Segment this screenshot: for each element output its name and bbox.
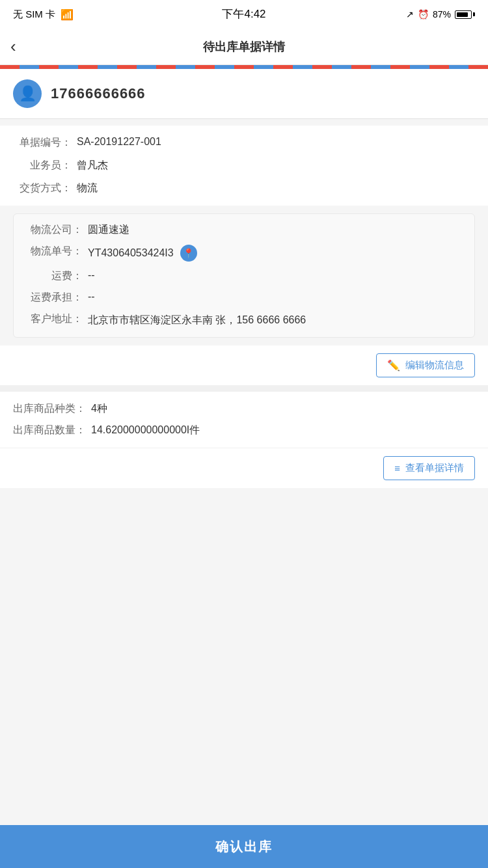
order-info-section: 单据编号： SA-20191227-001 业务员： 曾凡杰 交货方式： 物流	[0, 126, 488, 206]
freight-row: 运费： --	[24, 269, 464, 283]
empty-space	[0, 488, 488, 618]
freight-bearer-value: --	[88, 291, 464, 303]
view-doc-button[interactable]: ≡ 查看单据详情	[383, 456, 475, 480]
status-carrier: 无 SIM 卡 📶	[13, 8, 74, 21]
product-quantity-label: 出库商品数量：	[13, 424, 86, 437]
battery-body	[455, 10, 472, 19]
status-time: 下午4:42	[222, 7, 265, 21]
doc-icon: ≡	[394, 463, 400, 474]
back-button[interactable]: ‹	[5, 31, 21, 62]
sales-person-value: 曾凡杰	[77, 159, 475, 172]
product-section: 出库商品种类： 4种 出库商品数量： 14.62000000000000I件	[0, 392, 488, 448]
status-bar: 无 SIM 卡 📶 下午4:42 ↗ ⏰ 87%	[0, 0, 488, 29]
logistics-company-label: 物流公司：	[24, 223, 83, 237]
delivery-method-label: 交货方式：	[13, 182, 72, 195]
sales-person-label: 业务员：	[13, 159, 72, 172]
product-types-value: 4种	[91, 402, 107, 416]
location-service-icon: ↗	[406, 9, 414, 20]
alarm-icon: ⏰	[418, 9, 429, 20]
delivery-method-row: 交货方式： 物流	[13, 182, 475, 195]
tracking-number-row: 物流单号： YT43064053424I3 📍	[24, 245, 464, 262]
freight-value: --	[88, 269, 464, 281]
wifi-icon: 📶	[61, 8, 74, 21]
edit-icon: ✏️	[387, 359, 400, 372]
battery-text: 87%	[433, 9, 451, 20]
customer-phone: 17666666666	[51, 85, 146, 102]
battery-indicator	[455, 10, 475, 19]
edit-logistics-label: 编辑物流信息	[405, 359, 464, 372]
avatar: 👤	[13, 79, 42, 108]
address-value: 北京市市辖区海淀区永丰南 张，156 6666 6666	[88, 312, 464, 328]
confirm-label: 确认出库	[215, 838, 273, 856]
location-icon-btn[interactable]: 📍	[180, 245, 197, 262]
order-number-row: 单据编号： SA-20191227-001	[13, 136, 475, 150]
section-divider-1	[0, 385, 488, 392]
location-pin-icon: 📍	[183, 248, 194, 258]
view-doc-section: ≡ 查看单据详情	[0, 448, 488, 488]
status-right: ↗ ⏰ 87%	[406, 9, 475, 20]
edit-logistics-button[interactable]: ✏️ 编辑物流信息	[376, 353, 475, 377]
tracking-number-value: YT43064053424I3 📍	[88, 245, 464, 262]
address-label: 客户地址：	[24, 312, 83, 326]
order-number-value: SA-20191227-001	[77, 136, 475, 148]
product-types-row: 出库商品种类： 4种	[13, 402, 475, 416]
tracking-number-label: 物流单号：	[24, 245, 83, 258]
address-row: 客户地址： 北京市市辖区海淀区永丰南 张，156 6666 6666	[24, 312, 464, 328]
order-number-label: 单据编号：	[13, 136, 72, 150]
avatar-icon: 👤	[19, 85, 36, 102]
nav-title: 待出库单据详情	[203, 39, 285, 55]
nav-bar: ‹ 待出库单据详情	[0, 29, 488, 65]
edit-logistics-section: ✏️ 编辑物流信息	[0, 346, 488, 385]
sales-person-row: 业务员： 曾凡杰	[13, 159, 475, 172]
delivery-method-value: 物流	[77, 182, 475, 195]
customer-header: 👤 17666666666	[0, 69, 488, 119]
confirm-button[interactable]: 确认出库	[0, 825, 488, 868]
freight-bearer-label: 运费承担：	[24, 291, 83, 305]
battery-tip	[473, 12, 475, 16]
carrier-text: 无 SIM 卡	[13, 8, 55, 21]
tracking-num-text: YT43064053424I3	[88, 247, 174, 259]
battery-fill	[457, 12, 468, 17]
freight-bearer-row: 运费承担： --	[24, 291, 464, 305]
product-quantity-value: 14.62000000000000I件	[91, 424, 200, 437]
logistics-company-value: 圆通速递	[88, 223, 464, 237]
product-quantity-row: 出库商品数量： 14.62000000000000I件	[13, 424, 475, 437]
product-types-label: 出库商品种类：	[13, 402, 86, 416]
logistics-card: 物流公司： 圆通速递 物流单号： YT43064053424I3 📍 运费： -…	[13, 213, 475, 338]
logistics-company-row: 物流公司： 圆通速递	[24, 223, 464, 237]
view-doc-label: 查看单据详情	[405, 462, 464, 474]
freight-label: 运费：	[24, 269, 83, 283]
